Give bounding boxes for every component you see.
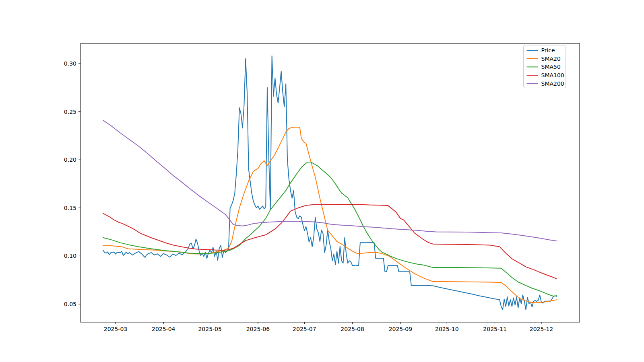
legend-label-sma200: SMA200 (541, 80, 564, 87)
legend-label-sma100: SMA100 (541, 72, 564, 78)
price-sma-line-chart: 2025-032025-042025-052025-062025-072025-… (0, 0, 644, 362)
x-tick-label: 2025-12 (530, 326, 553, 332)
axes: 2025-032025-042025-052025-062025-072025-… (64, 43, 580, 332)
x-tick-label: 2025-11 (483, 326, 507, 332)
legend-label-price: Price (541, 47, 555, 53)
x-tick-label: 2025-09 (389, 326, 413, 332)
legend: PriceSMA20SMA50SMA100SMA200 (524, 45, 566, 88)
x-tick-label: 2025-05 (198, 326, 222, 332)
series-line-sma50 (103, 162, 557, 296)
y-tick-label: 0.20 (64, 156, 76, 163)
chart-figure: 2025-032025-042025-052025-062025-072025-… (0, 0, 644, 362)
y-tick-label: 0.05 (64, 301, 76, 307)
plot-border (80, 43, 580, 322)
legend-label-sma50: SMA50 (541, 64, 561, 70)
y-tick-label: 0.30 (64, 60, 76, 67)
y-tick-label: 0.25 (64, 109, 76, 115)
series-line-price (103, 56, 557, 310)
legend-label-sma20: SMA20 (541, 56, 561, 62)
series-line-sma200 (103, 120, 557, 241)
x-tick-label: 2025-06 (246, 326, 270, 332)
series-line-sma20 (103, 127, 557, 303)
y-tick-label: 0.15 (64, 205, 76, 211)
y-tick-label: 0.10 (64, 253, 76, 259)
x-tick-label: 2025-07 (293, 326, 316, 332)
x-tick-label: 2025-04 (152, 326, 175, 332)
x-tick-label: 2025-10 (435, 326, 459, 332)
x-tick-label: 2025-08 (341, 326, 364, 332)
series-lines (103, 56, 557, 310)
x-tick-label: 2025-03 (104, 326, 128, 332)
